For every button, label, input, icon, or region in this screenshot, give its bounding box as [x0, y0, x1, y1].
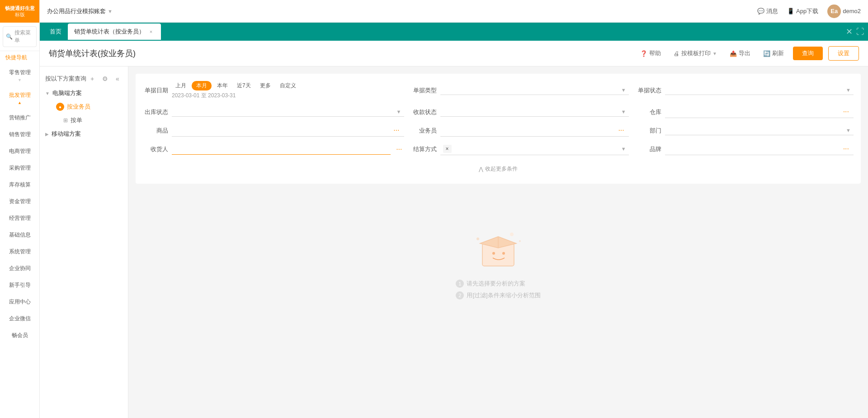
quick-nav-link[interactable]: 快捷导航 — [0, 51, 39, 64]
svg-point-2 — [476, 238, 479, 240]
date-tab-more[interactable]: 更多 — [256, 81, 274, 90]
collapse-filters-button[interactable]: ⋀ 收起更多条件 — [146, 165, 850, 173]
collapse-panel-button[interactable]: « — [113, 74, 123, 84]
warehouse-field: 仓库 ··· — [636, 106, 854, 118]
out-status-select[interactable]: ▼ — [172, 107, 404, 117]
sidebar-item-appcenter[interactable]: 应用中心 — [0, 294, 39, 310]
user-profile[interactable]: Ea demo2 — [827, 5, 861, 18]
message-action[interactable]: 💬 消息 — [757, 7, 778, 15]
doc-status-select[interactable]: ▼ — [665, 86, 854, 95]
tab-maximize-icon[interactable]: ⛶ — [856, 27, 864, 37]
empty-step-1: 1 请先选择要分析的方案 — [456, 280, 525, 288]
tab-close-window-icon[interactable]: ✕ — [846, 27, 853, 37]
refresh-button[interactable]: 🔄 刷新 — [760, 48, 788, 59]
doc-type-select[interactable]: ▼ — [440, 86, 629, 95]
sidebar-item-sales[interactable]: 销售管理 — [0, 126, 39, 143]
export-button[interactable]: 📤 导出 — [726, 48, 754, 59]
receipt-status-select[interactable]: ▼ — [440, 107, 629, 117]
help-icon: ❓ — [640, 50, 647, 57]
tab-sales-stats[interactable]: 销货单统计表（按业务员） × — [68, 24, 161, 40]
receipt-status-arrow: ▼ — [621, 109, 626, 114]
sidebar-item-marketing[interactable]: 营销推广 — [0, 109, 39, 126]
purchase-label: 采购管理 — [9, 164, 31, 172]
tree-item-salesperson[interactable]: ● 按业务员 — [40, 100, 128, 114]
sidebar-item-system[interactable]: 系统管理 — [0, 243, 39, 260]
logo-line2: 标版 — [5, 11, 35, 18]
sidebar-item-enterprise[interactable]: 企业协同 — [0, 260, 39, 277]
page-header: 销货单统计表(按业务员) ❓ 帮助 🖨 按模板打印 ▼ 📤 导出 🔄 刷新 — [40, 41, 868, 66]
pc-scheme-label: 电脑端方案 — [52, 89, 82, 97]
search-menu-button[interactable]: 🔍 搜索菜单 — [3, 26, 37, 47]
sidebar-item-newbie[interactable]: 新手引导 — [0, 277, 39, 294]
message-label: 消息 — [766, 7, 778, 15]
warehouse-dots-icon: ··· — [841, 108, 851, 116]
date-tab-thisyear[interactable]: 本年 — [213, 81, 231, 90]
tab-home[interactable]: 首页 — [43, 24, 68, 40]
wholesale-label: 批发管理 — [9, 91, 31, 99]
sidebar-item-inventory[interactable]: 库存核算 — [0, 176, 39, 193]
export-label: 导出 — [739, 49, 750, 57]
sidebar-item-basic[interactable]: 基础信息 — [0, 227, 39, 243]
query-button[interactable]: 查询 — [793, 47, 823, 60]
out-status-label: 出库状态 — [143, 108, 168, 116]
refresh-label: 刷新 — [772, 49, 784, 57]
workspace-dropdown-icon: ▼ — [108, 9, 113, 14]
workspace-selector[interactable]: 办公用品行业模拟账套 ▼ — [47, 7, 113, 15]
consignee-input[interactable] — [172, 144, 391, 155]
avatar: Ea — [827, 5, 841, 18]
consignee-dots-icon[interactable]: ··· — [394, 145, 404, 153]
tree-pc-scheme[interactable]: ▼ 电脑端方案 — [40, 86, 128, 100]
brand-dots-icon: ··· — [841, 145, 851, 153]
sidebar-item-membership[interactable]: 畅会员 — [0, 327, 39, 344]
refresh-icon: 🔄 — [763, 50, 770, 57]
tree-item-bydoc[interactable]: ⊞ 按单 — [40, 114, 128, 127]
sidebar-item-ecommerce[interactable]: 电商管理 — [0, 143, 39, 160]
warehouse-label: 仓库 — [636, 108, 661, 116]
salesperson-label: 业务员 — [411, 127, 437, 135]
filter-row-1: 单据日期 上月 本月 本年 近7天 更多 自定义 20 — [143, 81, 854, 100]
date-tab-lastmonth[interactable]: 上月 — [172, 81, 190, 90]
help-button[interactable]: ❓ 帮助 — [637, 48, 665, 59]
sidebar-item-corpwechat[interactable]: 企业微信 — [0, 310, 39, 327]
newbie-label: 新手引导 — [9, 281, 31, 289]
sidebar-item-purchase[interactable]: 采购管理 — [0, 160, 39, 176]
sidebar-item-operations[interactable]: 经营管理 — [0, 210, 39, 227]
add-scheme-button[interactable]: + — [87, 74, 97, 84]
sidebar-item-wholesale[interactable]: 批发管理 ▲ — [0, 87, 39, 109]
date-tab-custom[interactable]: 自定义 — [276, 81, 300, 90]
doc-type-arrow: ▼ — [621, 87, 626, 93]
date-tab-7days[interactable]: 近7天 — [233, 81, 255, 90]
warehouse-select[interactable]: ··· — [665, 106, 854, 118]
salesperson-dots-icon: ··· — [616, 126, 626, 134]
settings-button[interactable]: 设置 — [828, 46, 859, 61]
collapse-up-icon: ⋀ — [479, 166, 483, 172]
date-tab-thismonth[interactable]: 本月 — [192, 81, 212, 90]
sidebar-item-retail[interactable]: 零售管理 ▼ — [0, 64, 39, 87]
sidebar-item-finance[interactable]: 资金管理 — [0, 193, 39, 210]
add-icon: + — [90, 75, 94, 82]
date-field: 单据日期 上月 本月 本年 近7天 更多 自定义 20 — [143, 81, 404, 100]
salesperson-select[interactable]: ··· — [440, 124, 629, 137]
collapse-label: 收起更多条件 — [485, 165, 518, 173]
department-field: 部门 ▼ — [636, 126, 854, 135]
app-download-action[interactable]: 📱 App下载 — [787, 7, 818, 15]
chevron-up-icon: ▲ — [18, 100, 22, 105]
out-status-arrow: ▼ — [396, 109, 401, 114]
department-select[interactable]: ▼ — [665, 126, 854, 135]
tab-close-button[interactable]: × — [147, 28, 155, 35]
settlement-select[interactable]: × ▼ — [440, 143, 629, 155]
filter-form: 单据日期 上月 本月 本年 近7天 更多 自定义 20 — [136, 74, 861, 184]
goods-select[interactable]: ··· — [172, 124, 404, 137]
date-range-display: 2023-03-01 至 2023-03-31 — [172, 92, 404, 100]
print-dropdown-icon: ▼ — [712, 51, 717, 56]
right-panel: 单据日期 上月 本月 本年 近7天 更多 自定义 20 — [128, 66, 868, 418]
sidebar-logo: 畅捷通好生意 标版 — [0, 0, 39, 23]
basic-label: 基础信息 — [9, 231, 31, 239]
tree-mobile-scheme[interactable]: ▶ 移动端方案 — [40, 127, 128, 141]
brand-select[interactable]: ··· — [665, 143, 854, 155]
template-print-button[interactable]: 🖨 按模板打印 ▼ — [670, 48, 721, 59]
edit-scheme-button[interactable]: ⚙ — [100, 74, 110, 84]
settlement-tag-close[interactable]: × — [446, 146, 449, 152]
main-wrapper: 办公用品行业模拟账套 ▼ 💬 消息 📱 App下载 Ea demo2 首页 — [40, 0, 868, 418]
chevron-icon: ▼ — [18, 78, 22, 82]
